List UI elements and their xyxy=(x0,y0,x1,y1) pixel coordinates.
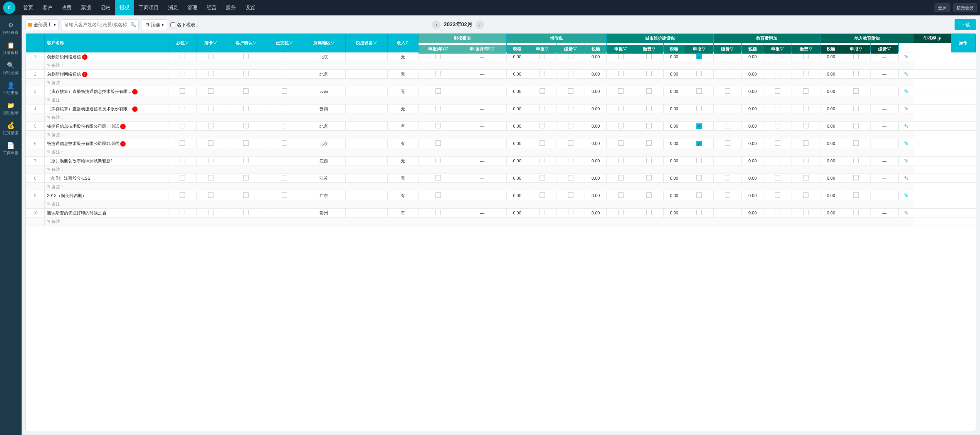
nav-item-工商项目[interactable]: 工商项目 xyxy=(134,0,163,15)
yh-shenb-cell xyxy=(842,122,870,131)
edit-icon[interactable]: ✎ xyxy=(904,175,909,181)
edit-icon[interactable]: ✎ xyxy=(904,106,909,112)
cs-amount-cell: 0.00 xyxy=(663,70,685,79)
sidebar-icon: 👤 xyxy=(7,81,15,89)
zz-extra-cell: 0.00 xyxy=(585,70,607,79)
row-number: 3 xyxy=(26,87,45,96)
cs-shenb-cell xyxy=(607,209,635,218)
table-note-row: ✎ 备注： xyxy=(26,113,976,122)
zz-jiaof-cell xyxy=(556,70,585,79)
cs-amount-cell: 0.00 xyxy=(663,122,685,131)
sidebar-item-批量报税[interactable]: 📋批量报税 xyxy=(1,39,21,58)
jy-jiaof-cell xyxy=(713,157,742,165)
zz-shenb-cell xyxy=(528,209,556,218)
yh-jiaof-cell: — xyxy=(870,209,899,218)
nav-item-消息[interactable]: 消息 xyxy=(163,0,183,15)
sidebar-item-报税总览[interactable]: 🔍报税总览 xyxy=(1,59,21,78)
yh-jiaof-cell: — xyxy=(870,87,899,96)
main-content: 全部员工 ▾ 🔍 ⊟ 筛选 ▾ 名下税表 ‹ 2023年02月 › 下载 xyxy=(22,15,980,435)
named-tax-checkbox[interactable] xyxy=(170,22,175,27)
nav-item-管理[interactable]: 管理 xyxy=(183,0,202,15)
table-note-row: ✎ 备注： xyxy=(26,131,976,139)
staff-filter-label: 全部员工 xyxy=(34,22,52,28)
qingka-cell xyxy=(197,157,225,165)
nav-item-经营[interactable]: 经营 xyxy=(202,0,221,15)
search-input[interactable] xyxy=(64,22,130,27)
edit-icon[interactable]: ✎ xyxy=(904,71,909,77)
yh-shenb-cell xyxy=(842,157,870,165)
cs-amount-cell: 0.00 xyxy=(663,209,685,218)
data-table: 客户名称 抄税▽ 清卡▽ 客户确认▽ 已完税▽ 所属地区▽ 税控设备▽ 收入C … xyxy=(26,34,976,226)
zz-amount-cell: 0.00 xyxy=(506,174,528,183)
nav-item-记账[interactable]: 记账 xyxy=(96,0,115,15)
search-icon: 🔍 xyxy=(130,22,136,27)
note-num xyxy=(26,113,45,122)
nav-item-报税[interactable]: 报税 xyxy=(115,0,134,15)
edit-icon[interactable]: ✎ xyxy=(904,88,909,94)
th-jy-jiaof: 缴费▽ xyxy=(713,44,742,54)
sidebar-item-报税设置[interactable]: ⚙报税设置 xyxy=(1,19,21,38)
income-cell: 无 xyxy=(387,52,418,61)
th-zz-amount: 税额 xyxy=(506,44,528,54)
edit-icon[interactable]: ✎ xyxy=(904,123,909,129)
table-row: 5 畅捷通信息技术股份有限公司民非测试! 北京 有 — 0.00 0.00 0.… xyxy=(26,122,976,131)
chaoshui-cell xyxy=(168,174,197,183)
edit-icon[interactable]: ✎ xyxy=(904,54,909,60)
zz-jiaof-cell xyxy=(556,157,585,165)
region-cell: 贵州 xyxy=(302,209,345,218)
table-row: 2 勿删新锐网络通信! 北京 无 — 0.00 0.00 0.00 0.00 0… xyxy=(26,70,976,79)
sidebar-item-报税记录[interactable]: 📁报税记录 xyxy=(1,99,21,118)
client-name: 畅捷通信息技术股份有限公司民非测试! xyxy=(45,122,168,131)
nav-item-首页[interactable]: 首页 xyxy=(18,0,38,15)
note-num xyxy=(26,200,45,209)
sidebar-item-汇算清缴[interactable]: 💰汇算清缴 xyxy=(1,119,21,138)
edit-icon[interactable]: ✎ xyxy=(904,158,909,164)
date-next-button[interactable]: › xyxy=(476,20,484,29)
download-button[interactable]: 下载 xyxy=(955,19,976,30)
staff-filter[interactable]: 全部员工 ▾ xyxy=(25,19,59,30)
check-label[interactable]: 名下税表 xyxy=(170,22,195,28)
nav-item-票据[interactable]: 票据 xyxy=(76,0,96,15)
note-cell: ✎ 备注： xyxy=(45,79,914,87)
region-cell: 江苏 xyxy=(302,174,345,183)
table-note-row: ✎ 备注： xyxy=(26,183,976,191)
df-shenb-cell xyxy=(763,70,792,79)
nav-item-服务[interactable]: 服务 xyxy=(221,0,240,15)
zz-amount-cell: 0.00 xyxy=(506,122,528,131)
fullscreen-button[interactable]: 全屏 xyxy=(935,3,950,12)
th-confirm: 客户确认▽ xyxy=(225,34,267,52)
date-prev-button[interactable]: ‹ xyxy=(432,20,440,29)
edit-icon[interactable]: ✎ xyxy=(904,140,909,147)
vip-button[interactable]: 稻壳会员 xyxy=(953,3,977,12)
sidebar-item-个税申报[interactable]: 👤个税申报 xyxy=(1,79,21,98)
zz-shenb-cell xyxy=(528,122,556,131)
df-amount-cell: 0.00 xyxy=(820,87,842,96)
toolbar: 全部员工 ▾ 🔍 ⊟ 筛选 ▾ 名下税表 ‹ 2023年02月 › 下载 xyxy=(25,19,976,30)
sidebar-item-工商年报[interactable]: 📄工商年报 xyxy=(1,139,21,158)
nav-item-设置[interactable]: 设置 xyxy=(240,0,260,15)
df-jiaof-cell xyxy=(792,157,820,165)
chaoshui-cell xyxy=(168,139,197,148)
data-table-wrapper[interactable]: 客户名称 抄税▽ 清卡▽ 客户确认▽ 已完税▽ 所属地区▽ 税控设备▽ 收入C … xyxy=(25,33,976,431)
device-cell xyxy=(345,122,387,131)
note-num xyxy=(26,131,45,139)
edit-icon[interactable]: ✎ xyxy=(904,192,909,199)
chaoshui-cell xyxy=(168,209,197,218)
qingka-cell xyxy=(197,209,225,218)
nav-item-客户[interactable]: 客户 xyxy=(38,0,57,15)
yh-shenb-cell xyxy=(842,105,870,113)
note-cell: ✎ 备注： xyxy=(45,183,914,191)
zz-jiaof-cell xyxy=(556,122,585,131)
edit-icon[interactable]: ✎ xyxy=(904,210,909,216)
nav-item-收费[interactable]: 收费 xyxy=(57,0,76,15)
zz-shenb-cell xyxy=(528,87,556,96)
jy-amount-cell: 0.00 xyxy=(742,87,763,96)
filter-button[interactable]: ⊟ 筛选 ▾ xyxy=(142,19,167,30)
confirm-cell xyxy=(225,105,267,113)
cs-shenb-cell xyxy=(607,174,635,183)
action-cell: ✎ xyxy=(899,122,914,131)
confirm-cell xyxy=(225,157,267,165)
qingka-cell xyxy=(197,52,225,61)
yh-jiaof-cell: — xyxy=(870,157,899,165)
yh-jiaof-cell: — xyxy=(870,191,899,200)
